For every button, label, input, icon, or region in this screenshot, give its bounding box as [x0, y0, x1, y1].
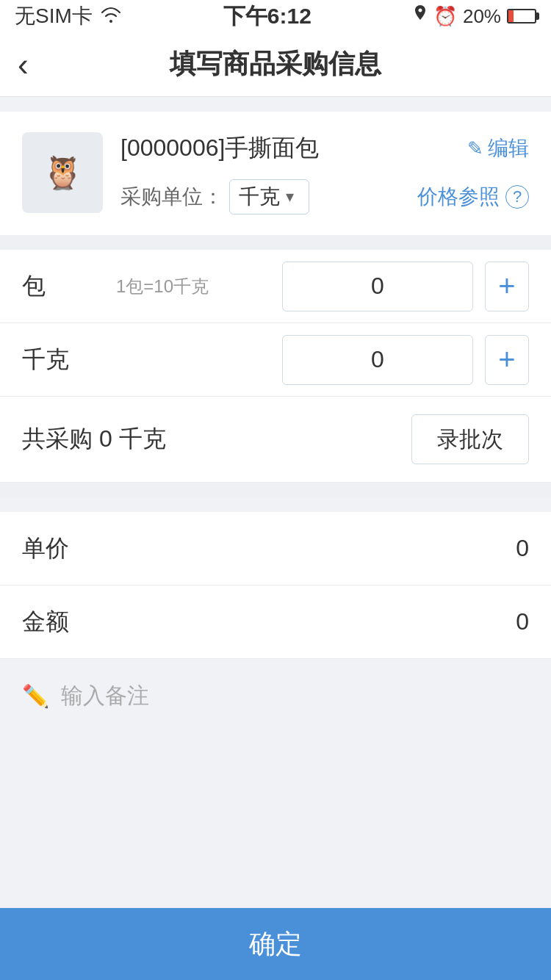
- edit-label: 编辑: [488, 134, 529, 162]
- chevron-down-icon: ▾: [286, 187, 294, 206]
- page-title: 填写商品采购信息: [170, 46, 381, 82]
- confirm-button[interactable]: 确定: [249, 926, 302, 962]
- input-box-kg[interactable]: 0: [282, 335, 473, 385]
- section-divider-2: [0, 483, 551, 497]
- input-row-bao: 包 1包=10千克 0 +: [0, 250, 551, 323]
- input-label-kg: 千克: [22, 344, 110, 376]
- alarm-icon: ⏰: [433, 5, 457, 28]
- wifi-icon: [100, 4, 122, 28]
- section-divider-1: [0, 235, 551, 250]
- edit-button[interactable]: ✎ 编辑: [467, 134, 529, 162]
- status-time: 下午6:12: [223, 1, 311, 32]
- question-icon: ?: [505, 185, 529, 209]
- product-info: [0000006]手撕面包 ✎ 编辑 采购单位： 千克 ▾ 价格参照 ?: [120, 132, 529, 215]
- batch-button[interactable]: 录批次: [411, 414, 529, 464]
- unit-selector-group: 采购单位： 千克 ▾: [120, 179, 309, 215]
- input-field-wrap-kg: 0 +: [110, 335, 529, 385]
- summary-row: 共采购 0 千克 录批次: [0, 397, 551, 483]
- product-card: 🦉 [0000006]手撕面包 ✎ 编辑 采购单位： 千克 ▾ 价格参照 ?: [0, 112, 551, 235]
- nav-bar: ‹ 填写商品采购信息: [0, 32, 551, 97]
- question-mark: ?: [513, 187, 522, 206]
- unit-select[interactable]: 千克 ▾: [229, 179, 309, 215]
- input-box-bao[interactable]: 0: [282, 262, 473, 311]
- carrier-label: 无SIM卡: [15, 2, 93, 30]
- product-thumbnail: 🦉: [22, 132, 103, 213]
- pencil-icon: ✏️: [22, 683, 49, 709]
- battery-icon: [507, 9, 536, 24]
- plus-button-kg[interactable]: +: [485, 335, 529, 385]
- input-section: 包 1包=10千克 0 + 千克 0 + 共采购 0 千克 录批次: [0, 250, 551, 483]
- unit-label: 采购单位：: [120, 183, 223, 211]
- status-bar: 无SIM卡 下午6:12 ⏰ 20%: [0, 0, 551, 32]
- battery-percent: 20%: [463, 5, 501, 28]
- amount-value: 0: [516, 608, 529, 635]
- status-right: ⏰ 20%: [413, 5, 536, 28]
- input-field-wrap-bao: 0 +: [209, 262, 529, 311]
- note-input-area[interactable]: ✏️ 输入备注: [22, 681, 529, 711]
- edit-icon: ✎: [467, 137, 483, 160]
- product-name-row: [0000006]手撕面包 ✎ 编辑: [120, 132, 529, 165]
- confirm-bar[interactable]: 确定: [0, 908, 551, 980]
- price-ref-label: 价格参照: [417, 183, 500, 211]
- product-logo: 🦉: [43, 154, 83, 192]
- input-sublabel-bao: 1包=10千克: [116, 275, 209, 298]
- price-row-unit: 单价 0: [0, 512, 551, 586]
- input-row-kg: 千克 0 +: [0, 323, 551, 397]
- input-label-bao: 包: [22, 270, 110, 303]
- price-ref-button[interactable]: 价格参照 ?: [417, 183, 529, 211]
- location-icon: [413, 5, 428, 28]
- unit-price-label: 单价: [22, 533, 69, 565]
- unit-price-value: 0: [516, 535, 529, 562]
- amount-label: 金额: [22, 606, 69, 638]
- price-row-amount: 金额 0: [0, 586, 551, 659]
- summary-text: 共采购 0 千克: [22, 423, 166, 455]
- note-placeholder: 输入备注: [61, 681, 149, 711]
- unit-value: 千克: [239, 183, 280, 211]
- price-section: 单价 0 金额 0: [0, 512, 551, 659]
- plus-button-bao[interactable]: +: [485, 262, 529, 311]
- status-left: 无SIM卡: [15, 2, 122, 30]
- back-button[interactable]: ‹: [18, 48, 29, 81]
- product-name: [0000006]手撕面包: [120, 132, 319, 165]
- unit-row: 采购单位： 千克 ▾ 价格参照 ?: [120, 179, 529, 215]
